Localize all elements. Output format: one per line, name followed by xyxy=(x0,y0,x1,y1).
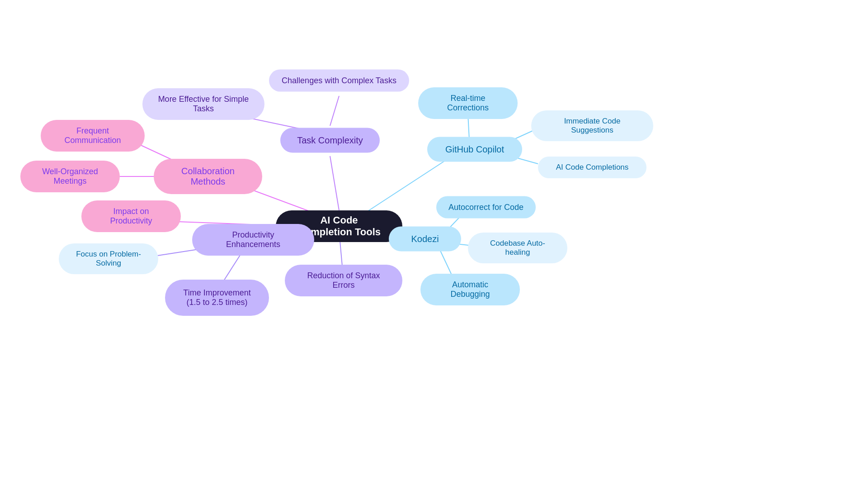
github-copilot-node: GitHub Copilot xyxy=(427,137,522,162)
reduction-syntax-errors-node: Reduction of Syntax Errors xyxy=(285,265,402,296)
collaboration-methods-node: Collaboration Methods xyxy=(154,159,262,194)
ai-code-completions-label: AI Code Completions xyxy=(556,163,629,172)
realtime-corrections-node: Real-time Corrections xyxy=(418,87,518,119)
codebase-autohealing-node: Codebase Auto-healing xyxy=(468,233,567,263)
collaboration-methods-label: Collaboration Methods xyxy=(168,166,248,187)
frequent-communication-label: Frequent Communication xyxy=(52,126,133,145)
automatic-debugging-label: Automatic Debugging xyxy=(432,280,508,299)
svg-line-1 xyxy=(330,96,339,126)
focus-problem-solving-node: Focus on Problem-Solving xyxy=(59,243,158,274)
more-effective-node: More Effective for Simple Tasks xyxy=(142,88,264,120)
frequent-communication-node: Frequent Communication xyxy=(41,120,145,152)
svg-line-10 xyxy=(340,241,342,266)
more-effective-label: More Effective for Simple Tasks xyxy=(154,95,253,114)
autocorrect-code-node: Autocorrect for Code xyxy=(436,196,536,219)
immediate-code-suggestions-node: Immediate Code Suggestions xyxy=(531,110,653,141)
challenges-complex-tasks-node: Challenges with Complex Tasks xyxy=(269,70,409,92)
impact-productivity-node: Impact on Productivity xyxy=(81,200,181,232)
reduction-syntax-errors-label: Reduction of Syntax Errors xyxy=(297,271,391,290)
task-complexity-label: Task Complexity xyxy=(297,135,363,146)
productivity-enhancements-node: Productivity Enhancements xyxy=(192,224,314,256)
immediate-code-suggestions-label: Immediate Code Suggestions xyxy=(543,117,642,135)
kodezi-label: Kodezi xyxy=(411,234,439,244)
time-improvement-label: Time Improvement (1.5 to 2.5 times) xyxy=(177,288,257,307)
github-copilot-label: GitHub Copilot xyxy=(445,144,504,155)
autocorrect-code-label: Autocorrect for Code xyxy=(448,203,524,212)
realtime-corrections-label: Real-time Corrections xyxy=(430,94,506,113)
ai-code-completions-node: AI Code Completions xyxy=(538,157,646,178)
codebase-autohealing-label: Codebase Auto-healing xyxy=(480,239,556,257)
well-organized-meetings-node: Well-Organized Meetings xyxy=(20,161,120,192)
time-improvement-node: Time Improvement (1.5 to 2.5 times) xyxy=(165,280,269,316)
challenges-complex-tasks-label: Challenges with Complex Tasks xyxy=(282,76,396,86)
task-complexity-node: Task Complexity xyxy=(280,128,380,153)
kodezi-node: Kodezi xyxy=(389,227,461,252)
svg-line-0 xyxy=(330,156,339,210)
productivity-enhancements-label: Productivity Enhancements xyxy=(204,230,302,249)
focus-problem-solving-label: Focus on Problem-Solving xyxy=(71,250,146,268)
impact-productivity-label: Impact on Productivity xyxy=(93,207,169,226)
well-organized-meetings-label: Well-Organized Meetings xyxy=(32,167,108,186)
automatic-debugging-node: Automatic Debugging xyxy=(420,274,520,305)
